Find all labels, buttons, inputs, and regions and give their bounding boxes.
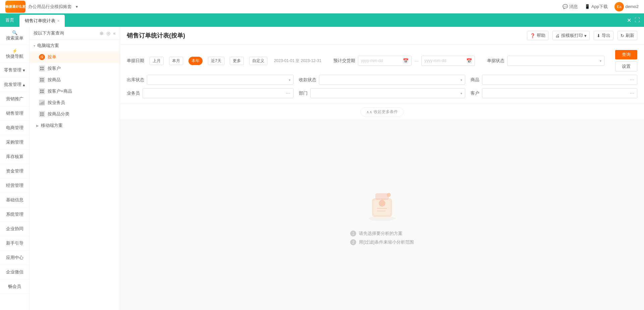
date-separator: —	[414, 58, 419, 63]
svg-rect-13	[41, 102, 42, 105]
expected-date-to[interactable]: yyyy-mm-dd 📅	[421, 56, 475, 66]
user-menu[interactable]: Ea demo2	[614, 2, 639, 11]
customer-input[interactable]: ···	[482, 88, 637, 98]
sidebar-item-purchase[interactable]: 采购管理	[0, 135, 29, 150]
sidebar-quick-nav[interactable]: ⚡ 快捷导航	[0, 45, 29, 63]
date-btn-more[interactable]: 更多	[230, 57, 244, 65]
goods-dots[interactable]: ···	[630, 77, 634, 83]
empty-tips: 1 请先选择要分析的方案 2 用[过滤]条件来缩小分析范围	[350, 230, 414, 245]
svg-rect-19	[42, 114, 44, 116]
status-select-arrow: ▾	[600, 59, 601, 63]
help-btn[interactable]: ❓ 帮助	[527, 31, 548, 40]
sidebar-item-guide[interactable]: 新手引导	[0, 236, 29, 251]
collapse-icon: ∧∧	[366, 110, 372, 114]
print-arrow-icon: ▾	[584, 33, 587, 38]
delivery-select[interactable]: ▾	[147, 75, 293, 85]
main-layout: 🔍 搜索菜单 ⚡ 快捷导航 零售管理 ▾ 批发管理 ▴ 营销推广 销售管理 电商…	[0, 27, 644, 310]
sidebar-item-app-center[interactable]: 应用中心	[0, 251, 29, 265]
collapse-btn[interactable]: ∧∧ 收起更多条件	[361, 107, 404, 116]
sidebar-item-marketing[interactable]: 营销推广	[0, 92, 29, 106]
staff-field: 业务员 ···	[127, 88, 293, 98]
goods-label: 商品	[471, 77, 479, 83]
sidebar-item-enterprise[interactable]: 企业协同	[0, 222, 29, 236]
tab-sales-order-label: 销售订单统计表	[25, 18, 55, 24]
message-btn[interactable]: 💬 消息	[562, 4, 578, 10]
sidebar-sales-label: 销售管理	[6, 111, 23, 116]
sidebar-item-retail[interactable]: 零售管理 ▾	[0, 63, 29, 78]
sidebar: 🔍 搜索菜单 ⚡ 快捷导航 零售管理 ▾ 批发管理 ▴ 营销推广 销售管理 电商…	[0, 27, 30, 310]
sidebar-item-wholesale[interactable]: 批发管理 ▴	[0, 78, 29, 92]
goods-input[interactable]: ···	[482, 75, 637, 85]
dept-select[interactable]: ▾	[310, 88, 466, 98]
status-select[interactable]: ▾	[507, 56, 604, 66]
expected-date-group: 预计交货期 yyyy-mm-dd 📅 — yyyy-mm-dd 📅	[333, 56, 475, 66]
sidebar-item-finance[interactable]: 资金管理	[0, 164, 29, 178]
message-label: 消息	[569, 4, 578, 10]
sidebar-item-basic[interactable]: 基础信息	[0, 193, 29, 207]
tab-sales-order[interactable]: 销售订单统计表 ×	[19, 15, 65, 27]
scheme-item-by-customer[interactable]: 按客户	[30, 63, 120, 74]
date-range-display: 2023-01-01 至 2023-12-31	[274, 58, 321, 64]
scheme-item-by-category-label: 按商品分类	[48, 111, 69, 117]
sidebar-item-member[interactable]: 畅会员	[0, 279, 29, 294]
scheme-item-by-customer-label: 按客户	[48, 65, 61, 71]
scheme-item-by-category[interactable]: 按商品分类	[30, 108, 120, 120]
payment-select[interactable]: ▾	[319, 75, 466, 85]
settings-btn[interactable]: 设置	[615, 61, 637, 71]
customer-dots[interactable]: ···	[630, 90, 634, 96]
scheme-panel-actions: ⊕ ◎ «	[100, 31, 116, 36]
calendar-to-icon: 📅	[466, 58, 472, 63]
status-label: 单据状态	[487, 58, 504, 64]
sidebar-item-wechat[interactable]: 企业微信	[0, 265, 29, 279]
payment-select-arrow: ▾	[461, 78, 462, 82]
scheme-item-by-order[interactable]: 按 按单	[30, 51, 120, 63]
tip-1-text: 请先选择要分析的方案	[359, 230, 402, 237]
scheme-settings-btn[interactable]: ◎	[106, 31, 110, 36]
expected-date-from[interactable]: yyyy-mm-dd 📅	[358, 56, 412, 66]
svg-rect-1	[42, 67, 44, 68]
print-btn[interactable]: 🖨 按模板打印 ▾	[552, 31, 590, 40]
scheme-item-by-product-label: 按商品	[48, 77, 61, 83]
app-download-btn[interactable]: 📱 App下载	[585, 4, 608, 10]
tab-home[interactable]: 首页	[0, 13, 19, 27]
date-btn-last-month[interactable]: 上月	[150, 57, 164, 65]
sidebar-item-system[interactable]: 系统管理	[0, 207, 29, 222]
date-btn-this-year[interactable]: 本年	[189, 57, 203, 65]
scheme-add-btn[interactable]: ⊕	[100, 31, 104, 36]
sidebar-system-label: 系统管理	[6, 212, 23, 217]
sidebar-item-inventory[interactable]: 库存核算	[0, 150, 29, 164]
expected-date-to-placeholder: yyyy-mm-dd	[424, 58, 446, 63]
export-btn[interactable]: ⬇ 导出	[594, 31, 613, 40]
svg-rect-8	[40, 90, 42, 91]
scheme-group-desktop-header[interactable]: ▾ 电脑端方案	[30, 40, 120, 51]
right-panel: 销售订单统计表(按单) ❓ 帮助 🖨 按模板打印 ▾ ⬇ 导出	[120, 27, 644, 310]
topbar-dropdown-arrow[interactable]: ▾	[76, 4, 78, 9]
goods-field: 商品 ···	[471, 75, 637, 85]
refresh-btn[interactable]: ↻ 刷新	[618, 31, 637, 40]
window-expand-btn[interactable]: ⛶	[635, 17, 640, 23]
scheme-item-by-staff[interactable]: 按业务员	[30, 97, 120, 108]
dept-field: 部门 ▾	[299, 88, 466, 98]
calendar-from-icon: 📅	[403, 58, 409, 63]
sidebar-operations-label: 经营管理	[6, 183, 23, 188]
date-btn-this-month[interactable]: 本月	[169, 57, 183, 65]
sidebar-item-operations[interactable]: 经营管理	[0, 178, 29, 193]
scheme-item-by-cust-prod[interactable]: 按客户+商品	[30, 86, 120, 97]
scheme-item-icon-category	[39, 111, 45, 117]
scheme-item-by-product[interactable]: 按商品	[30, 74, 120, 86]
sidebar-item-sales[interactable]: 销售管理	[0, 106, 29, 121]
filter-row-2: 出库状态 ▾ 收款状态 ▾ 商品	[127, 75, 637, 85]
staff-input[interactable]: ···	[143, 88, 293, 98]
tab-close-icon[interactable]: ×	[57, 19, 59, 23]
date-btn-7days[interactable]: 近7天	[208, 57, 224, 65]
sidebar-search[interactable]: 🔍 搜索菜单	[0, 27, 29, 45]
staff-dots[interactable]: ···	[286, 90, 290, 96]
date-btn-custom[interactable]: 自定义	[249, 57, 267, 65]
scheme-group-mobile[interactable]: ▶ 移动端方案	[30, 120, 120, 131]
query-btn[interactable]: 查询	[615, 50, 637, 59]
window-close-btn[interactable]: ✕	[627, 17, 631, 23]
page-title-bar: 销售订单统计表(按单) ❓ 帮助 🖨 按模板打印 ▾ ⬇ 导出	[120, 27, 644, 45]
scheme-collapse-btn[interactable]: «	[113, 31, 116, 36]
message-icon: 💬	[562, 4, 568, 9]
sidebar-item-ecommerce[interactable]: 电商管理	[0, 121, 29, 135]
